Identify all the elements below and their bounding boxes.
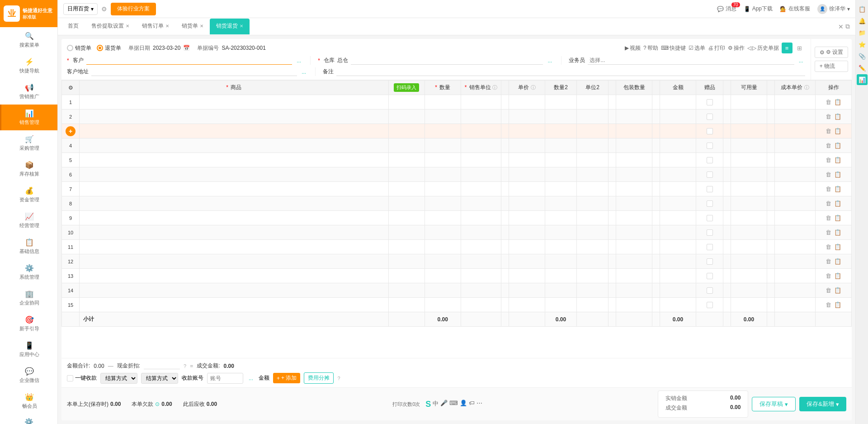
unit-input-12[interactable]: [465, 258, 497, 265]
qty-cell-10[interactable]: [425, 225, 461, 240]
pack-input-1[interactable]: [620, 99, 648, 105]
cost-input-15[interactable]: [778, 302, 811, 308]
unit2-input-14[interactable]: [580, 287, 604, 294]
sidebar-item-sales[interactable]: 📊 销售管理: [0, 105, 57, 130]
unit-cell-13[interactable]: [461, 269, 501, 283]
cost-cell-9[interactable]: [775, 211, 816, 225]
qty-input-12[interactable]: [429, 258, 457, 265]
qty-input-3[interactable]: [429, 128, 457, 134]
radio-return[interactable]: 退货单: [97, 44, 121, 52]
delete-icon-8[interactable]: 🗑: [826, 200, 831, 207]
address-select-btn[interactable]: ...: [300, 69, 308, 75]
pack-cell-10[interactable]: [616, 225, 652, 240]
pack-input-15[interactable]: [620, 302, 648, 308]
right-panel-icon-5[interactable]: 📎: [857, 51, 868, 62]
cost-input-12[interactable]: [778, 258, 811, 265]
gift-checkbox-10[interactable]: [707, 229, 713, 236]
app-download-btn[interactable]: 📱 App下载: [744, 5, 773, 13]
print-btn[interactable]: 🖨 打印: [708, 44, 725, 52]
delete-icon-4[interactable]: 🗑: [826, 142, 831, 149]
qty2-cell-14[interactable]: [545, 283, 577, 298]
price-input-3[interactable]: [513, 128, 541, 134]
amount-cell-3[interactable]: [660, 124, 696, 138]
pack-cell-7[interactable]: [616, 182, 652, 196]
unit2-cell-13[interactable]: [577, 269, 609, 283]
amount-cell-1[interactable]: [660, 95, 696, 110]
logistics-btn[interactable]: + 物流: [815, 61, 848, 72]
copy-icon-12[interactable]: 📋: [834, 258, 841, 265]
cost-input-10[interactable]: [778, 229, 811, 236]
qty2-cell-11[interactable]: [545, 240, 577, 254]
product-cell-4[interactable]: [80, 138, 389, 153]
address-input[interactable]: [91, 67, 297, 76]
mic-icon[interactable]: 🎤: [440, 400, 448, 409]
sidebar-item-marketing[interactable]: 📢 营销推广: [0, 79, 57, 105]
qty2-input-5[interactable]: [549, 157, 573, 163]
qty2-input-9[interactable]: [549, 215, 573, 221]
unit-input-5[interactable]: [465, 157, 497, 163]
account-input[interactable]: [207, 373, 243, 384]
unit2-input-8[interactable]: [580, 200, 604, 207]
qty2-input-10[interactable]: [549, 229, 573, 236]
pack-input-4[interactable]: [620, 143, 648, 149]
avail-input-15[interactable]: [735, 302, 763, 308]
sidebar-item-quick-nav[interactable]: ⚡ 快捷导航: [0, 53, 57, 79]
copy-icon-10[interactable]: 📋: [834, 229, 841, 236]
settings-btn[interactable]: ⚙ ⚙ 设置: [815, 47, 848, 58]
right-panel-icon-1[interactable]: 📋: [857, 4, 868, 14]
add-payment-btn[interactable]: + + 添加: [273, 373, 300, 383]
pack-input-14[interactable]: [620, 287, 648, 294]
unit-cell-12[interactable]: [461, 254, 501, 269]
unit-input-3[interactable]: [465, 128, 497, 134]
product-cell-13[interactable]: [80, 269, 389, 283]
discount-input[interactable]: [144, 362, 180, 369]
tab-home[interactable]: 首页: [61, 19, 85, 34]
product-input-11[interactable]: [83, 244, 385, 250]
price-input-13[interactable]: [513, 273, 541, 279]
unit-cell-15[interactable]: [461, 298, 501, 312]
cost-cell-12[interactable]: [775, 254, 816, 269]
qty-input-5[interactable]: [429, 157, 457, 163]
qty-cell-14[interactable]: [425, 283, 461, 298]
amount-input-11[interactable]: [664, 244, 692, 250]
topbar-gear-icon[interactable]: ⚙: [101, 5, 107, 13]
qty-input-11[interactable]: [429, 244, 457, 250]
more-icon[interactable]: ⋯: [476, 400, 482, 409]
qty2-cell-2[interactable]: [545, 110, 577, 124]
qty2-cell-7[interactable]: [545, 182, 577, 196]
cost-input-2[interactable]: [778, 114, 811, 120]
cost-cell-11[interactable]: [775, 240, 816, 254]
unit-input-14[interactable]: [465, 287, 497, 294]
price-input-14[interactable]: [513, 287, 541, 294]
price-input-12[interactable]: [513, 258, 541, 265]
calc-select[interactable]: 结算方式: [141, 373, 178, 384]
remark-input[interactable]: [336, 67, 805, 76]
gift-checkbox-3[interactable]: [707, 128, 713, 134]
pack-input-2[interactable]: [620, 114, 648, 120]
amount-cell-10[interactable]: [660, 225, 696, 240]
save-draft-btn[interactable]: 保存草稿 ▾: [752, 397, 796, 411]
cost-cell-14[interactable]: [775, 283, 816, 298]
sidebar-item-wechat[interactable]: 💬 企业微信: [0, 362, 57, 388]
product-input-2[interactable]: [83, 114, 385, 120]
qty2-input-2[interactable]: [549, 114, 573, 120]
price-cell-1[interactable]: [509, 95, 545, 110]
avail-cell-11[interactable]: [731, 240, 767, 254]
price-cell-13[interactable]: [509, 269, 545, 283]
unit-input-10[interactable]: [465, 229, 497, 236]
qty2-cell-5[interactable]: [545, 153, 577, 167]
pack-input-7[interactable]: [620, 186, 648, 192]
gift-checkbox-5[interactable]: [707, 157, 713, 163]
qty-cell-7[interactable]: [425, 182, 461, 196]
sidebar-item-member[interactable]: 👑 畅会员: [0, 388, 57, 414]
tab-close-delivery[interactable]: ✕: [200, 24, 203, 29]
avail-cell-15[interactable]: [731, 298, 767, 312]
product-cell-1[interactable]: [80, 95, 389, 110]
unit2-input-5[interactable]: [580, 157, 604, 163]
qty2-input-6[interactable]: [549, 172, 573, 178]
help-btn[interactable]: ? 帮助: [643, 44, 658, 52]
gift-checkbox-15[interactable]: [707, 302, 713, 308]
cost-input-4[interactable]: [778, 143, 811, 149]
unit2-input-4[interactable]: [580, 143, 604, 149]
qty2-input-11[interactable]: [549, 244, 573, 250]
